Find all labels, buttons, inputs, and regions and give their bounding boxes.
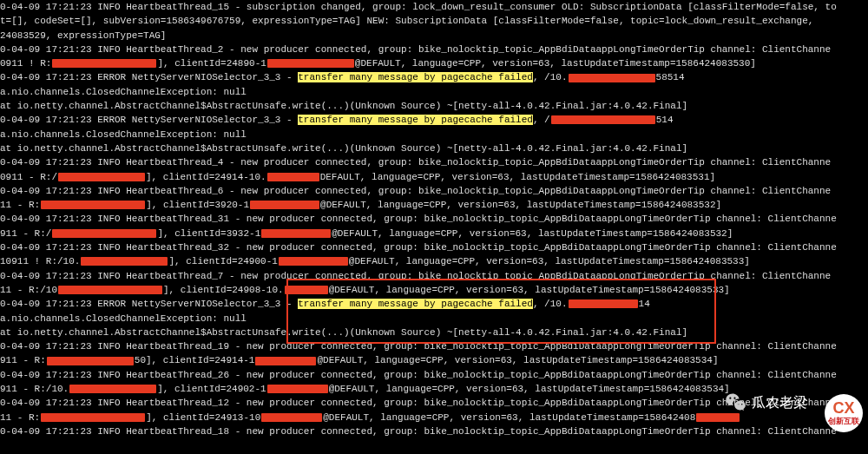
redaction-mark xyxy=(47,357,134,365)
log-text: 0-04-09 17:21:23 INFO HeartbeatThread_6 … xyxy=(0,186,831,196)
log-text: ], clientId=24908-10. xyxy=(163,285,284,295)
log-text: 0-04-09 17:21:23 INFO HeartbeatThread_7 … xyxy=(0,271,831,281)
log-text: 0-04-09 17:21:23 INFO HeartbeatThread_26… xyxy=(0,370,837,380)
log-text: , /10. xyxy=(533,72,568,82)
redaction-mark xyxy=(285,286,328,294)
log-line: 0-04-09 17:21:23 ERROR NettyServerNIOSel… xyxy=(0,297,868,311)
redaction-mark xyxy=(279,257,348,266)
log-line: 11 - R:/10], clientId=24908-10.@DEFAULT,… xyxy=(0,283,868,297)
log-text: ], clientId=24914-10. xyxy=(146,172,266,182)
redaction-mark xyxy=(81,257,168,266)
log-text: ], clientId=24900-1 xyxy=(168,256,277,266)
log-text: ], clientId=24890-1 xyxy=(157,58,266,69)
terminal-log-output: 0-04-09 17:21:23 INFO HeartbeatThread_15… xyxy=(0,0,868,438)
log-line: 11 - R:], clientId=3920-1@DEFAULT, langu… xyxy=(0,198,868,212)
log-text: 0-04-09 17:21:23 INFO HeartbeatThread_2 … xyxy=(0,44,831,55)
log-text: t=[], codeSet=[], subVersion=15863496767… xyxy=(0,16,813,26)
log-line: 0-04-09 17:21:23 INFO HeartbeatThread_7 … xyxy=(0,269,868,283)
redaction-mark xyxy=(551,115,655,124)
log-text: 911 - R:/10. xyxy=(0,384,69,394)
log-line: at io.netty.channel.AbstractChannel$Abst… xyxy=(0,99,868,113)
log-line: a.nio.channels.ClosedChannelException: n… xyxy=(0,312,868,326)
log-line: 0-04-09 17:21:23 INFO HeartbeatThread_6 … xyxy=(0,184,868,198)
log-text: @DEFAULT, language=CPP, version=63, last… xyxy=(317,355,718,365)
redaction-mark xyxy=(267,385,328,393)
log-text: @DEFAULT, language=CPP, version=63, last… xyxy=(355,58,756,69)
redaction-mark xyxy=(267,59,354,68)
log-line: 24083529, expressionType=TAG] xyxy=(0,29,868,43)
log-text: @DEFAULT, language=CPP, version=63, last… xyxy=(349,256,750,266)
redaction-mark xyxy=(52,229,156,238)
log-line: 10911 ! R:/10.], clientId=24900-1@DEFAUL… xyxy=(0,254,868,268)
log-text: 10911 ! R:/10. xyxy=(0,256,80,266)
log-text: @DEFAULT, language=CPP, version=63, last… xyxy=(332,228,733,239)
log-text: @DEFAULT, language=CPP, version=63, last… xyxy=(323,412,695,423)
redaction-mark xyxy=(69,385,156,393)
log-text: 24083529, expressionType=TAG] xyxy=(0,30,166,41)
log-text: , /10. xyxy=(533,299,568,309)
log-text: 0-04-09 17:21:23 INFO HeartbeatThread_18… xyxy=(0,426,837,437)
log-text: 0-04-09 17:21:23 ERROR NettyServerNIOSel… xyxy=(0,299,298,309)
redaction-mark xyxy=(41,413,145,422)
log-line: 0-04-09 17:21:23 ERROR NettyServerNIOSel… xyxy=(0,113,868,127)
redaction-mark xyxy=(58,286,162,294)
log-line: 0-04-09 17:21:23 INFO HeartbeatThread_4 … xyxy=(0,155,868,169)
log-line: 911 - R:50], clientId=24914-1@DEFAULT, l… xyxy=(0,353,868,367)
log-text: a.nio.channels.ClosedChannelException: n… xyxy=(0,313,247,324)
log-text: 58514 xyxy=(656,72,685,82)
log-line: 0911 - R:/], clientId=24914-10.DEFAULT, … xyxy=(0,170,868,184)
log-line: 0-04-09 17:21:23 INFO HeartbeatThread_18… xyxy=(0,424,868,438)
log-text: 514 xyxy=(656,115,674,125)
wechat-icon xyxy=(724,391,748,415)
log-text: 14 xyxy=(639,299,650,309)
log-text: @DEFAULT, language=CPP, version=63, last… xyxy=(329,384,730,394)
log-line: a.nio.channels.ClosedChannelException: n… xyxy=(0,85,868,99)
log-line: at io.netty.channel.AbstractChannel$Abst… xyxy=(0,141,868,155)
log-text: 50], clientId=24914-1 xyxy=(135,355,255,365)
log-text: ], clientId=3932-1 xyxy=(157,228,260,239)
log-text: 11 - R:/10 xyxy=(0,285,57,295)
log-line: at io.netty.channel.AbstractChannel$Abst… xyxy=(0,326,868,339)
log-text: at io.netty.channel.AbstractChannel$Abst… xyxy=(0,143,687,154)
log-text: 0-04-09 17:21:23 INFO HeartbeatThread_31… xyxy=(0,214,837,224)
log-text: 0-04-09 17:21:23 INFO HeartbeatThread_15… xyxy=(0,2,837,12)
log-line: 0-04-09 17:21:23 INFO HeartbeatThread_26… xyxy=(0,368,868,382)
log-text: at io.netty.channel.AbstractChannel$Abst… xyxy=(0,327,687,338)
wechat-label: 瓜农老梁 xyxy=(752,396,807,410)
log-text: @DEFAULT, language=CPP, version=63, last… xyxy=(329,285,730,295)
log-text: 911 - R: xyxy=(0,355,46,365)
log-line: 0-04-09 17:21:23 INFO HeartbeatThread_2 … xyxy=(0,43,868,56)
highlighted-error: transfer many message by pagecache faile… xyxy=(298,299,533,309)
log-text: 0-04-09 17:21:23 INFO HeartbeatThread_32… xyxy=(0,242,837,253)
redaction-mark xyxy=(52,59,156,68)
log-text: 0911 - R:/ xyxy=(0,172,57,182)
log-text: ], clientId=24902-1 xyxy=(157,384,266,394)
redaction-mark xyxy=(255,357,316,365)
log-text: 0-04-09 17:21:23 INFO HeartbeatThread_19… xyxy=(0,341,837,352)
log-text: 0-04-09 17:21:23 INFO HeartbeatThread_4 … xyxy=(0,157,831,168)
log-text: 11 - R: xyxy=(0,200,40,210)
log-line: 911 - R:/], clientId=3932-1@DEFAULT, lan… xyxy=(0,227,868,240)
log-text: DEFAULT, language=CPP, version=63, lastU… xyxy=(320,172,715,182)
redaction-mark xyxy=(261,413,322,422)
log-text: , / xyxy=(533,115,550,125)
log-text: 11 - R: xyxy=(0,412,40,423)
redaction-mark xyxy=(250,201,319,209)
log-line: t=[], codeSet=[], subVersion=15863496767… xyxy=(0,14,868,28)
highlighted-error: transfer many message by pagecache faile… xyxy=(298,115,533,125)
log-line: 0-04-09 17:21:23 INFO HeartbeatThread_31… xyxy=(0,212,868,226)
redaction-mark xyxy=(41,201,145,209)
log-text: 0911 ! R: xyxy=(0,58,51,69)
log-text: 0-04-09 17:21:23 ERROR NettyServerNIOSel… xyxy=(0,115,298,125)
log-text: 911 - R:/ xyxy=(0,228,51,239)
log-text: 0-04-09 17:21:23 ERROR NettyServerNIOSel… xyxy=(0,72,298,82)
log-text: at io.netty.channel.AbstractChannel$Abst… xyxy=(0,101,687,111)
log-text: ], clientId=3920-1 xyxy=(146,200,249,210)
log-line: 0-04-09 17:21:23 ERROR NettyServerNIOSel… xyxy=(0,70,868,84)
log-line: 0-04-09 17:21:23 INFO HeartbeatThread_19… xyxy=(0,339,868,353)
log-text: @DEFAULT, language=CPP, version=63, last… xyxy=(320,200,721,210)
log-text: 0-04-09 17:21:23 INFO HeartbeatThread_12… xyxy=(0,398,837,408)
log-line: 0-04-09 17:21:23 INFO HeartbeatThread_32… xyxy=(0,240,868,254)
log-text: a.nio.channels.ClosedChannelException: n… xyxy=(0,129,247,140)
highlighted-error: transfer many message by pagecache faile… xyxy=(298,72,533,82)
